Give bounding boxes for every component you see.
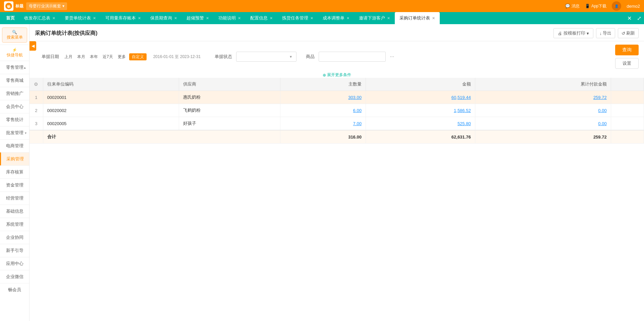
tab-collection[interactable]: 收发存汇总表 ✕ xyxy=(19,12,60,24)
footer-paid: 259.72 xyxy=(475,130,611,144)
cell-paid[interactable]: 259.72 xyxy=(475,91,611,104)
sidebar-item-finance[interactable]: 资金管理 xyxy=(0,178,29,192)
sidebar-item-enterprise-collab[interactable]: 企业协同 xyxy=(0,231,29,244)
refresh-icon: ↺ xyxy=(622,31,625,36)
sidebar-item-retail-shop[interactable]: 零售商城 xyxy=(0,74,29,87)
tab-overstock-close[interactable]: ✕ xyxy=(206,16,209,20)
sidebar-retail-shop-label: 零售商城 xyxy=(2,77,27,84)
nav-close-icon[interactable]: ✕ xyxy=(626,15,633,21)
cell-quantity[interactable]: 7.00 xyxy=(280,117,366,130)
tab-cost-adjust[interactable]: 成本调整单 ✕ xyxy=(318,12,354,24)
tab-collection-label: 收发存汇总表 xyxy=(24,15,50,21)
tab-inventory[interactable]: 可用量库存账本 ✕ xyxy=(101,12,146,24)
search-menu-btn[interactable]: 🔍 搜索菜单 xyxy=(2,28,27,43)
tab-pick-tasks[interactable]: 拣货任务管理 ✕ xyxy=(277,12,318,24)
tab-overstock[interactable]: 超储预警 ✕ xyxy=(182,12,214,24)
export-label: 导出 xyxy=(603,30,611,36)
date-btn-this-year[interactable]: 本年 xyxy=(89,53,99,60)
sidebar-item-member[interactable]: 会员中心 xyxy=(0,100,29,113)
sidebar-item-new-guide[interactable]: 新手引导 xyxy=(0,244,29,257)
cell-paid[interactable]: 0.00 xyxy=(475,117,611,130)
query-btn[interactable]: 查询 xyxy=(615,45,639,55)
cell-quantity[interactable]: 6.00 xyxy=(280,104,366,117)
tab-warranty[interactable]: 保质期查询 ✕ xyxy=(146,12,182,24)
date-btn-more[interactable]: 更多 xyxy=(116,53,127,60)
tab-collection-close[interactable]: ✕ xyxy=(52,16,55,20)
cell-amount[interactable]: 525.80 xyxy=(366,117,475,130)
sidebar-retail-stats-label: 零售统计 xyxy=(2,117,27,123)
cell-amount[interactable]: 60,519.44 xyxy=(366,91,475,104)
date-btn-7days[interactable]: 近7天 xyxy=(101,53,114,60)
date-btn-this-month[interactable]: 本月 xyxy=(76,53,87,60)
cell-quantity[interactable]: 303.00 xyxy=(280,91,366,104)
col-amount: 金额 xyxy=(366,78,475,91)
status-select[interactable] xyxy=(236,52,297,62)
goods-label: 商品 xyxy=(306,54,315,60)
main-layout: 🔍 搜索菜单 ⚡ 快捷导航 零售管理 ▲ 零售商城 营销推广 会员中心 零售统计… xyxy=(0,24,644,321)
tab-invite-close[interactable]: ✕ xyxy=(387,16,390,20)
sidebar-item-inventory-check[interactable]: 库存核算 xyxy=(0,165,29,178)
cell-index: 3 xyxy=(30,117,43,130)
tab-inventory-close[interactable]: ✕ xyxy=(138,16,141,20)
tab-features-close[interactable]: ✕ xyxy=(238,16,241,20)
settings-btn[interactable]: 设置 xyxy=(615,58,639,69)
sidebar-item-enterprise-wechat[interactable]: 企业微信 xyxy=(0,270,29,283)
tab-order-summary-label: 要货单统计表 xyxy=(65,15,91,21)
tab-home[interactable]: 首页 xyxy=(1,12,19,24)
footer-empty xyxy=(30,130,43,144)
tab-purchase-summary-close[interactable]: ✕ xyxy=(432,16,435,20)
gear-icon[interactable]: ⚙ xyxy=(34,82,38,87)
tab-pick-tasks-close[interactable]: ✕ xyxy=(310,16,313,20)
cell-code: 00020005 xyxy=(43,117,179,130)
tab-cost-adjust-close[interactable]: ✕ xyxy=(346,16,350,20)
sidebar-operations-label: 经营管理 xyxy=(2,195,27,201)
username-label[interactable]: demo2 xyxy=(627,4,640,9)
sidebar-item-wholesale[interactable]: 批发管理 ▾ xyxy=(0,126,29,139)
tab-config-close[interactable]: ✕ xyxy=(270,16,273,20)
goods-input[interactable] xyxy=(319,52,386,62)
avatar[interactable]: 👤 xyxy=(612,1,621,11)
sidebar-item-basic-info[interactable]: 基础信息 xyxy=(0,205,29,218)
more-options-icon[interactable]: ··· xyxy=(390,54,394,60)
nav-maximize-icon[interactable]: ⤢ xyxy=(636,15,643,21)
tab-warranty-close[interactable]: ✕ xyxy=(174,16,177,20)
sidebar-item-operations[interactable]: 经营管理 xyxy=(0,192,29,205)
table-header-row: ⚙ 往来单位编码 供应商 主数量 金额 累计付款金额 xyxy=(30,78,644,91)
date-btn-last-month[interactable]: 上月 xyxy=(63,53,74,60)
cell-amount[interactable]: 1,586.52 xyxy=(366,104,475,117)
expand-conditions-btn[interactable]: ⊕ 展开更多条件 xyxy=(323,72,351,78)
page-header: 采购订单统计表(按供应商) 🖨 按模板打印 ▾ ↓ 导出 ↺ 刷新 xyxy=(30,24,644,41)
sidebar-item-marketing[interactable]: 营销推广 xyxy=(0,87,29,100)
sidebar-item-retail-stats[interactable]: 零售统计 xyxy=(0,113,29,126)
filter-row: 单据日期 上月 本月 本年 近7天 更多 自定义 2016-01-01 至 20… xyxy=(42,45,639,69)
date-custom-tag[interactable]: 自定义 xyxy=(129,53,147,60)
app-download-btn[interactable]: 📱 App下载 xyxy=(585,3,606,9)
logo-icon: 畅 xyxy=(4,1,13,11)
sidebar-item-purchase[interactable]: 采购管理 xyxy=(0,152,29,165)
sidebar-item-retail-mgmt[interactable]: 零售管理 ▲ xyxy=(0,61,29,74)
sidebar-item-system[interactable]: 系统管理 xyxy=(0,218,29,231)
tab-config[interactable]: 配置信息 ✕ xyxy=(246,12,277,24)
search-menu-label: 搜索菜单 xyxy=(4,35,25,40)
sidebar-item-ecommerce[interactable]: 电商管理 xyxy=(0,139,29,152)
print-btn[interactable]: 🖨 按模板打印 ▾ xyxy=(553,28,593,38)
tab-invite[interactable]: 邀请下游客户 ✕ xyxy=(354,12,395,24)
refresh-btn[interactable]: ↺ 刷新 xyxy=(618,28,639,38)
sidebar-item-members[interactable]: 畅会员 xyxy=(0,283,29,296)
tab-purchase-summary[interactable]: 采购订单统计表 ✕ xyxy=(395,12,440,24)
export-btn[interactable]: ↓ 导出 xyxy=(596,28,615,38)
footer-amount: 62,631.76 xyxy=(366,130,475,144)
workspace-selector[interactable]: 母婴行业演示账套 ▾ xyxy=(26,2,67,10)
filter-toggle-btn[interactable]: ◀ xyxy=(30,41,36,51)
cell-paid[interactable]: 0.00 xyxy=(475,104,611,117)
sidebar-item-app-center[interactable]: 应用中心 xyxy=(0,257,29,270)
tab-order-summary-close[interactable]: ✕ xyxy=(93,16,96,20)
quick-nav-btn[interactable]: ⚡ 快捷导航 xyxy=(0,45,29,61)
tab-features[interactable]: 功能说明 ✕ xyxy=(214,12,246,24)
sidebar-search-section: 🔍 搜索菜单 xyxy=(0,24,29,45)
tab-order-summary[interactable]: 要货单统计表 ✕ xyxy=(60,12,101,24)
sidebar-members-label: 畅会员 xyxy=(2,287,27,293)
message-btn[interactable]: 💬 消息 xyxy=(565,3,580,9)
cell-code: 00020001 xyxy=(43,91,179,104)
app-download-label: App下载 xyxy=(591,3,606,9)
